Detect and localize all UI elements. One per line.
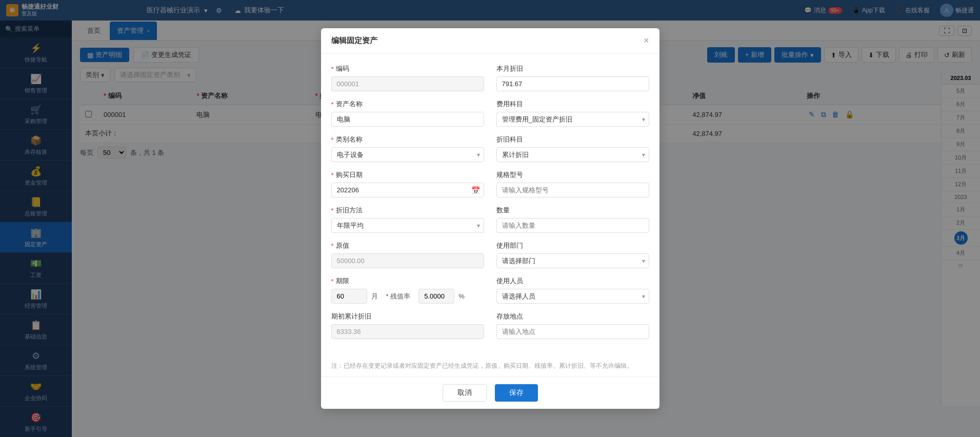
period-row-inline: 月 * 残值率 % [331, 289, 484, 304]
modal-header: 编辑固定资产 × [321, 28, 659, 54]
residual-rate-unit: % [458, 292, 465, 300]
dept-select[interactable]: 请选择部门 [496, 253, 649, 268]
depr-subject-label: 折旧科目 [496, 135, 649, 144]
category-label: * 类别名称 [331, 135, 484, 144]
calendar-icon: 📅 [471, 186, 480, 194]
modal-overlay: 编辑固定资产 × * 编码 本月折旧 [0, 0, 980, 437]
dept-label: 使用部门 [496, 241, 649, 250]
user-select[interactable]: 请选择人员 [496, 289, 649, 304]
modal-row-7: * 期限 月 * 残值率 % 使用人员 请选择人员 [331, 276, 649, 304]
purchase-date-label: * 购买日期 [331, 170, 484, 180]
modal-row-2: * 资产名称 费用科目 管理费用_固定资产折旧 ▾ [331, 100, 649, 127]
user-label: 使用人员 [496, 276, 649, 286]
modal-note-text: 注：已经存在变更记录或者对应固定资产已经生成凭证，原值、购买日期、残值率、累计折… [331, 362, 633, 369]
modal-title: 编辑固定资产 [331, 36, 377, 46]
expense-subject-select-wrap: 管理费用_固定资产折旧 ▾ [496, 112, 649, 127]
edit-asset-modal: 编辑固定资产 × * 编码 本月折旧 [321, 28, 659, 409]
form-group-expense-subject: 费用科目 管理费用_固定资产折旧 ▾ [496, 100, 649, 127]
expense-subject-label: 费用科目 [496, 100, 649, 109]
category-select-wrap: 电子设备 ▾ [331, 147, 484, 162]
category-select[interactable]: 电子设备 [331, 147, 484, 162]
asset-name-input[interactable] [331, 112, 484, 127]
form-group-original-value: * 原值 [331, 241, 484, 268]
purchase-date-input-wrap: 📅 [331, 183, 484, 197]
depr-method-label: * 折旧方法 [331, 206, 484, 215]
period-unit-label: 月 [371, 292, 378, 301]
location-input[interactable] [496, 324, 649, 339]
depr-method-select-wrap: 年限平均 ▾ [331, 218, 484, 233]
modal-footer: 取消 保存 [321, 376, 659, 409]
period-input[interactable] [331, 289, 367, 304]
residual-rate-input[interactable] [418, 289, 454, 304]
code-input[interactable] [331, 76, 484, 91]
location-label: 存放地点 [496, 312, 649, 321]
form-group-depr-method: * 折旧方法 年限平均 ▾ [331, 206, 484, 233]
cancel-button[interactable]: 取消 [443, 384, 487, 402]
form-group-dept: 使用部门 请选择部门 ▾ [496, 241, 649, 268]
period-label: * 期限 [331, 276, 484, 286]
modal-row-8: 期初累计折旧 存放地点 [331, 312, 649, 339]
user-select-wrap: 请选择人员 ▾ [496, 289, 649, 304]
depr-method-select[interactable]: 年限平均 [331, 218, 484, 233]
modal-row-1: * 编码 本月折旧 [331, 64, 649, 91]
form-group-location: 存放地点 [496, 312, 649, 339]
modal-row-6: * 原值 使用部门 请选择部门 ▾ [331, 241, 649, 268]
quantity-input[interactable] [496, 218, 649, 233]
residual-rate-label: * 残值率 [386, 292, 411, 301]
month-depr-input[interactable] [496, 76, 649, 91]
modal-row-3: * 类别名称 电子设备 ▾ 折旧科目 累计折旧 [331, 135, 649, 162]
original-value-label: * 原值 [331, 241, 484, 250]
depr-subject-select-wrap: 累计折旧 ▾ [496, 147, 649, 162]
form-group-purchase-date: * 购买日期 📅 [331, 170, 484, 197]
form-group-quantity: 数量 [496, 206, 649, 233]
modal-row-5: * 折旧方法 年限平均 ▾ 数量 [331, 206, 649, 233]
quantity-label: 数量 [496, 206, 649, 215]
code-label: * 编码 [331, 64, 484, 73]
form-group-user: 使用人员 请选择人员 ▾ [496, 276, 649, 304]
form-group-period: * 期限 月 * 残值率 % [331, 276, 484, 304]
expense-subject-select[interactable]: 管理费用_固定资产折旧 [496, 112, 649, 127]
depr-subject-select[interactable]: 累计折旧 [496, 147, 649, 162]
form-group-spec: 规格型号 [496, 170, 649, 197]
initial-accum-depr-label: 期初累计折旧 [331, 312, 484, 321]
asset-name-label: * 资产名称 [331, 100, 484, 109]
original-value-input[interactable] [331, 253, 484, 268]
month-depr-label: 本月折旧 [496, 64, 649, 73]
purchase-date-input[interactable] [331, 183, 484, 197]
modal-body: * 编码 本月折旧 * 资产名称 [321, 54, 659, 357]
initial-accum-depr-input[interactable] [331, 324, 484, 339]
spec-label: 规格型号 [496, 170, 649, 180]
modal-note: 注：已经存在变更记录或者对应固定资产已经生成凭证，原值、购买日期、残值率、累计折… [321, 362, 659, 376]
form-group-depr-subject: 折旧科目 累计折旧 ▾ [496, 135, 649, 162]
modal-row-4: * 购买日期 📅 规格型号 [331, 170, 649, 197]
form-group-category: * 类别名称 电子设备 ▾ [331, 135, 484, 162]
form-group-code: * 编码 [331, 64, 484, 91]
modal-close-button[interactable]: × [644, 35, 649, 46]
spec-input[interactable] [496, 183, 649, 197]
form-group-initial-accum-depr: 期初累计折旧 [331, 312, 484, 339]
dept-select-wrap: 请选择部门 ▾ [496, 253, 649, 268]
save-button[interactable]: 保存 [495, 384, 538, 402]
form-group-asset-name: * 资产名称 [331, 100, 484, 127]
form-group-month-depr: 本月折旧 [496, 64, 649, 91]
